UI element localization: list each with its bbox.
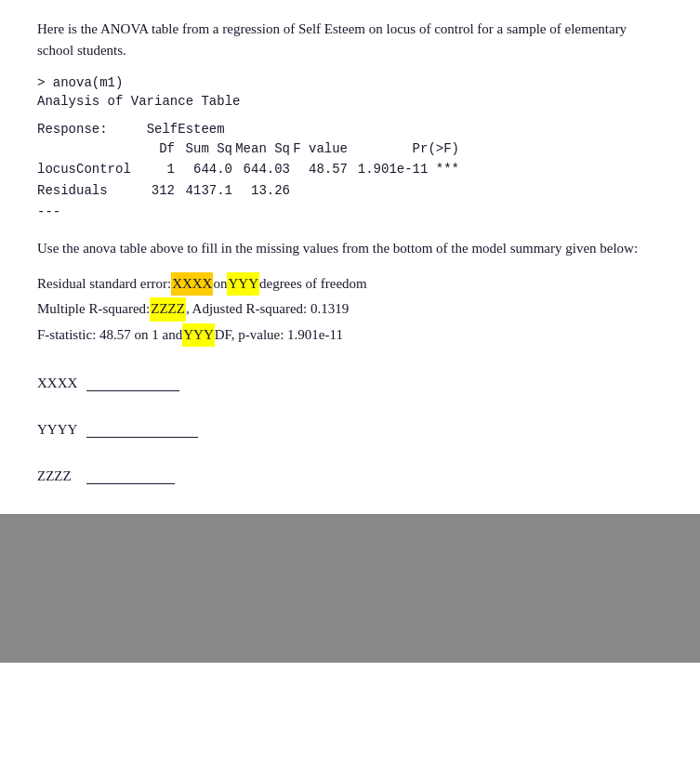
header-meansq: Mean Sq <box>232 138 290 159</box>
response-label: Response: <box>37 122 108 137</box>
header-sumsq: Sum Sq <box>175 138 232 159</box>
header-fval: F value <box>290 138 348 159</box>
response-line: Response: SelfEsteem <box>37 122 663 137</box>
formula-line-1: Residual standard error: XXXX on YYY deg… <box>37 272 663 296</box>
formula-yyy-2: YYY <box>182 323 215 348</box>
table-row-locus: locusControl 1 644.0 644.03 48.57 1.901e… <box>37 159 663 179</box>
anova-command: > anova(m1) <box>37 75 663 90</box>
header-label <box>37 138 139 159</box>
formula-line1-middle: on <box>213 272 227 296</box>
xxxx-label: XXXX <box>37 375 79 391</box>
residuals-meansq: 13.26 <box>232 180 290 201</box>
residuals-sumsq: 4137.1 <box>175 180 232 201</box>
zzzz-label: ZZZZ <box>37 468 79 484</box>
formula-line2-before: Multiple R-squared: <box>37 297 150 322</box>
formula-zzzz: ZZZZ <box>150 297 186 322</box>
zzzz-line <box>86 468 175 484</box>
residuals-pr <box>348 180 459 201</box>
formula-line-2: Multiple R-squared: ZZZZ , Adjusted R-sq… <box>37 297 663 322</box>
table-row-residuals: Residuals 312 4137.1 13.26 <box>37 180 663 201</box>
locus-meansq: 644.03 <box>232 159 290 179</box>
locus-pr: 1.901e-11 *** <box>348 159 459 179</box>
formula-xxxx: XXXX <box>171 272 213 296</box>
formula-line3-before: F-statistic: 48.57 on 1 and <box>37 323 182 348</box>
locus-df: 1 <box>139 159 175 179</box>
yyyy-line <box>86 421 198 438</box>
anova-table-section: > anova(m1) Analysis of Variance Table R… <box>37 75 663 219</box>
instruction-text: Use the anova table above to fill in the… <box>37 238 663 259</box>
residuals-fval <box>290 180 348 201</box>
formula-line1-after: degrees of freedom <box>259 272 367 296</box>
locus-label: locusControl <box>37 159 139 179</box>
intro-paragraph: Here is the ANOVA table from a regressio… <box>37 19 663 60</box>
anova-table: Df Sum Sq Mean Sq F value Pr(>F) locusCo… <box>37 138 663 201</box>
locus-sumsq: 644.0 <box>175 159 232 179</box>
fill-in-section: XXXX YYYY ZZZZ <box>37 375 663 484</box>
yyyy-label: YYYY <box>37 422 79 438</box>
formula-line2-after: , Adjusted R-squared: 0.1319 <box>186 297 349 322</box>
response-value: SelfEsteem <box>147 122 225 137</box>
formula-line-3: F-statistic: 48.57 on 1 and YYY DF, p-va… <box>37 323 663 348</box>
header-df: Df <box>139 138 175 159</box>
table-header: Df Sum Sq Mean Sq F value Pr(>F) <box>37 138 663 159</box>
formula-line3-after: DF, p-value: 1.901e-11 <box>215 323 343 348</box>
residuals-label: Residuals <box>37 180 139 201</box>
locus-fval: 48.57 <box>290 159 348 179</box>
gray-footer <box>0 514 700 663</box>
main-content: Here is the ANOVA table from a regressio… <box>0 0 700 484</box>
residuals-df: 312 <box>139 180 175 201</box>
fill-in-yyyy: YYYY <box>37 421 663 438</box>
xxxx-line <box>86 375 179 391</box>
anova-title: Analysis of Variance Table <box>37 94 663 109</box>
header-pr: Pr(>F) <box>348 138 459 159</box>
formula-yyy-1: YYY <box>227 272 259 296</box>
separator: --- <box>37 204 663 219</box>
fill-in-xxxx: XXXX <box>37 375 663 391</box>
formula-line1-before: Residual standard error: <box>37 272 171 296</box>
formula-section: Residual standard error: XXXX on YYY deg… <box>37 272 663 348</box>
fill-in-zzzz: ZZZZ <box>37 468 663 484</box>
